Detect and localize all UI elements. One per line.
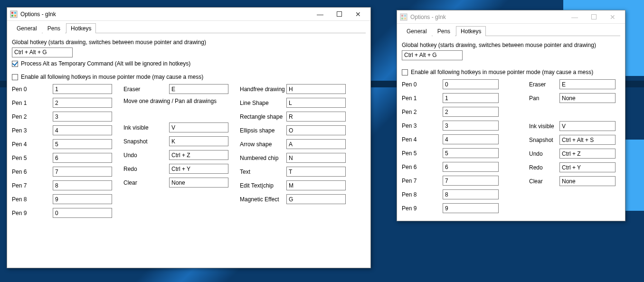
window-title: Options - gInk	[410, 14, 565, 20]
pen-label-pen-2: Pen 2	[402, 109, 443, 115]
svg-rect-6	[401, 15, 403, 17]
snapshot-input[interactable]	[169, 136, 228, 146]
pen-label-pen-0: Pen 0	[12, 86, 53, 93]
maximize-button[interactable]	[330, 9, 349, 19]
pen-input-pen-0[interactable]	[443, 79, 499, 89]
pen-label-pen-3: Pen 3	[12, 127, 53, 134]
maximize-button[interactable]	[584, 12, 603, 22]
shape-label-magnetic-effect: Magnetic Effect	[240, 196, 286, 203]
shape-input-ellipsis-shape[interactable]	[286, 125, 346, 135]
pen-input-pen-5[interactable]	[53, 153, 112, 163]
window-title: Options - gInk	[20, 11, 311, 18]
pen-label-pen-5: Pen 5	[12, 155, 53, 161]
shape-label-ellipsis-shape: Ellipsis shape	[240, 127, 286, 134]
pan-label: Pan	[529, 95, 559, 102]
shape-label-arrow-shape: Arrow shape	[240, 141, 286, 148]
tab-general[interactable]: General	[12, 23, 42, 33]
pen-input-pen-8[interactable]	[53, 194, 112, 204]
redo-input[interactable]	[559, 162, 616, 172]
shape-label-rectangle-shape: Rectangle shape	[240, 113, 286, 120]
tab-general[interactable]: General	[402, 26, 432, 36]
shape-label-handfree-drawing: Handfree drawing	[240, 86, 286, 93]
shape-input-text[interactable]	[286, 167, 346, 177]
shape-input-edit-text-chip[interactable]	[286, 180, 346, 190]
pen-input-pen-8[interactable]	[443, 189, 499, 199]
options-window-right: Options - gInk — ✕ General Pens Hotkeys …	[397, 10, 625, 221]
tab-hotkeys[interactable]: Hotkeys	[66, 23, 96, 33]
shape-label-numbered-chip: Numbered chip	[240, 155, 286, 161]
shape-input-rectangle-shape[interactable]	[286, 112, 346, 122]
ink-visible-input[interactable]	[559, 121, 616, 131]
global-hotkey-heading: Global hotkey (starts drawing, switches …	[402, 42, 620, 48]
ink-visible-input[interactable]	[169, 122, 228, 132]
global-hotkey-heading: Global hotkey (starts drawing, switches …	[12, 39, 366, 46]
pen-input-pen-3[interactable]	[53, 125, 112, 135]
shape-input-numbered-chip[interactable]	[286, 153, 346, 163]
pen-input-pen-9[interactable]	[53, 208, 112, 218]
minimize-button[interactable]: —	[311, 9, 330, 19]
redo-label: Redo	[123, 166, 169, 172]
close-button[interactable]: ✕	[603, 12, 622, 22]
pen-label-pen-7: Pen 7	[402, 178, 443, 184]
pen-input-pen-7[interactable]	[53, 180, 112, 190]
options-window-left: Options - gInk — ✕ General Pens Hotkeys …	[7, 7, 371, 268]
shape-input-line-shape[interactable]	[286, 98, 346, 108]
enable-all-checkbox[interactable]	[12, 74, 18, 80]
pen-input-pen-7[interactable]	[443, 176, 499, 186]
titlebar[interactable]: Options - gInk — ✕	[7, 8, 370, 21]
process-alt-label: Process Alt as Temporary Command (Alt wi…	[21, 60, 190, 67]
undo-input[interactable]	[169, 150, 228, 160]
pen-input-pen-5[interactable]	[443, 148, 499, 158]
svg-rect-9	[404, 18, 406, 19]
pen-input-pen-1[interactable]	[443, 93, 499, 103]
svg-rect-3	[11, 15, 13, 17]
clear-label: Clear	[529, 178, 559, 185]
close-button[interactable]: ✕	[349, 9, 368, 19]
pan-input[interactable]	[559, 93, 616, 103]
svg-rect-2	[14, 12, 16, 14]
global-hotkey-input[interactable]: Ctrl + Alt + G	[402, 50, 463, 60]
minimize-button[interactable]: —	[565, 12, 584, 22]
clear-input[interactable]	[169, 178, 228, 188]
eraser-input[interactable]	[559, 79, 616, 89]
pen-label-pen-1: Pen 1	[12, 100, 53, 106]
pen-input-pen-2[interactable]	[53, 112, 112, 122]
pen-input-pen-1[interactable]	[53, 98, 112, 108]
pen-input-pen-3[interactable]	[443, 121, 499, 131]
pen-input-pen-6[interactable]	[53, 167, 112, 177]
eraser-input[interactable]	[169, 84, 228, 94]
svg-rect-4	[14, 15, 16, 17]
pen-input-pen-2[interactable]	[443, 107, 499, 117]
tab-hotkeys[interactable]: Hotkeys	[456, 26, 486, 36]
shape-input-arrow-shape[interactable]	[286, 139, 346, 149]
redo-input[interactable]	[169, 164, 228, 174]
pen-input-pen-9[interactable]	[443, 203, 499, 213]
enable-all-checkbox[interactable]	[402, 69, 408, 75]
tab-pens[interactable]: Pens	[43, 23, 65, 33]
shape-input-magnetic-effect[interactable]	[286, 194, 346, 204]
undo-label: Undo	[529, 150, 559, 157]
shape-input-handfree-drawing[interactable]	[286, 84, 346, 94]
tabs: General Pens Hotkeys	[12, 23, 366, 33]
clear-label: Clear	[123, 179, 169, 186]
pan-all-label: Move one drawing / Pan all drawings	[123, 98, 217, 104]
pen-input-pen-4[interactable]	[443, 134, 499, 144]
enable-all-label: Enable all following hotkeys in mouse po…	[21, 74, 203, 80]
tab-pens[interactable]: Pens	[433, 26, 455, 36]
snapshot-input[interactable]	[559, 135, 616, 145]
shape-label-edit-text-chip: Edit Text|chip	[240, 182, 286, 189]
process-alt-checkbox[interactable]	[12, 61, 18, 67]
pen-label-pen-8: Pen 8	[402, 191, 443, 198]
pen-label-pen-0: Pen 0	[402, 81, 443, 88]
pen-input-pen-0[interactable]	[53, 84, 112, 94]
global-hotkey-input[interactable]: Ctrl + Alt + G	[12, 47, 73, 57]
undo-input[interactable]	[559, 149, 616, 159]
pen-label-pen-9: Pen 9	[12, 210, 53, 216]
ink-visible-label: Ink visible	[529, 123, 559, 130]
eraser-label: Eraser	[529, 81, 559, 88]
svg-rect-8	[401, 18, 403, 19]
pen-input-pen-4[interactable]	[53, 139, 112, 149]
clear-input[interactable]	[559, 176, 616, 186]
titlebar[interactable]: Options - gInk — ✕	[397, 10, 625, 24]
pen-input-pen-6[interactable]	[443, 162, 499, 172]
